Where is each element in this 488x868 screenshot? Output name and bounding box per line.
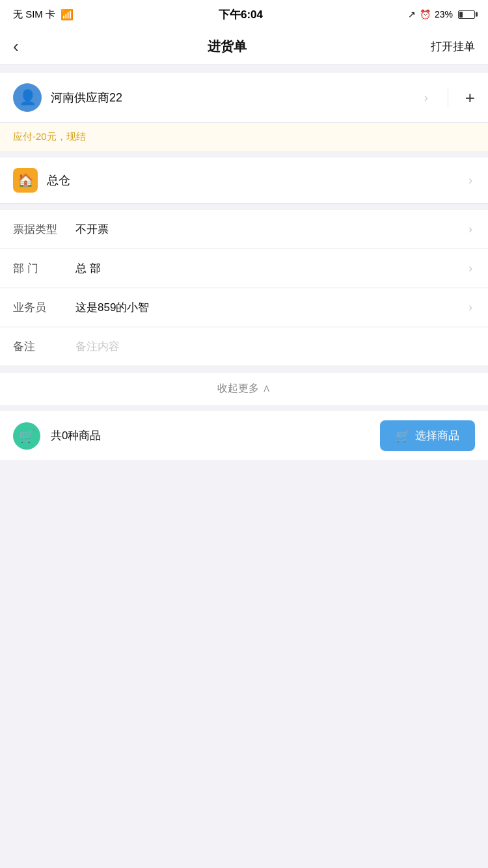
section-gap-top bbox=[0, 65, 488, 73]
remark-label: 备注 bbox=[13, 339, 65, 354]
invoice-type-chevron-icon: › bbox=[468, 223, 472, 236]
warehouse-row[interactable]: 🏠 总仓 › bbox=[0, 151, 488, 204]
select-product-label: 选择商品 bbox=[415, 428, 459, 443]
remark-row[interactable]: 备注 备注内容 bbox=[0, 327, 488, 366]
status-left: 无 SIM 卡 📶 bbox=[13, 8, 74, 21]
supplier-chevron-icon: › bbox=[424, 91, 428, 105]
open-pending-button[interactable]: 打开挂单 bbox=[431, 39, 475, 54]
bag-icon: 🛒 bbox=[19, 428, 35, 444]
location-icon: ↗ bbox=[408, 9, 416, 20]
alarm-icon: ⏰ bbox=[420, 9, 431, 20]
warehouse-icon: 🏠 bbox=[13, 168, 38, 193]
product-count: 共0种商品 bbox=[51, 428, 370, 443]
status-right: ↗ ⏰ 23% bbox=[408, 9, 475, 20]
select-product-icon: 🛒 bbox=[396, 429, 410, 443]
collapse-row[interactable]: 收起更多 ∧ bbox=[0, 373, 488, 405]
warehouse-name: 总仓 bbox=[47, 172, 459, 188]
add-supplier-button[interactable]: + bbox=[465, 88, 475, 108]
battery-icon bbox=[458, 10, 475, 19]
avatar-icon: 👤 bbox=[19, 89, 36, 106]
supplier-avatar: 👤 bbox=[13, 83, 42, 112]
vertical-divider bbox=[448, 88, 448, 107]
page-title: 进货单 bbox=[208, 38, 247, 55]
invoice-type-row[interactable]: 票据类型 不开票 › bbox=[0, 210, 488, 249]
salesman-row[interactable]: 业务员 这是859的小智 › bbox=[0, 288, 488, 327]
department-row[interactable]: 部 门 总 部 › bbox=[0, 249, 488, 288]
invoice-type-value: 不开票 bbox=[75, 222, 468, 237]
invoice-type-label: 票据类型 bbox=[13, 222, 65, 237]
status-bar: 无 SIM 卡 📶 下午6:04 ↗ ⏰ 23% bbox=[0, 0, 488, 29]
salesman-chevron-icon: › bbox=[468, 301, 472, 314]
house-icon: 🏠 bbox=[18, 172, 34, 188]
department-chevron-icon: › bbox=[468, 262, 472, 275]
notice-bar: 应付-20元，现结 bbox=[0, 123, 488, 151]
battery-percent: 23% bbox=[435, 9, 453, 20]
form-section: 票据类型 不开票 › 部 门 总 部 › 业务员 这是859的小智 › 备注 备… bbox=[0, 210, 488, 366]
department-label: 部 门 bbox=[13, 261, 65, 276]
salesman-value: 这是859的小智 bbox=[75, 300, 468, 315]
notice-text: 应付-20元，现结 bbox=[13, 131, 86, 142]
product-bar: 🛒 共0种商品 🛒 选择商品 bbox=[0, 411, 488, 460]
supplier-name: 河南供应商22 bbox=[51, 90, 415, 105]
sim-label: 无 SIM 卡 bbox=[13, 8, 55, 21]
supplier-section: 👤 河南供应商22 › + 应付-20元，现结 bbox=[0, 73, 488, 151]
salesman-label: 业务员 bbox=[13, 300, 65, 315]
remark-input[interactable]: 备注内容 bbox=[75, 339, 475, 354]
supplier-row[interactable]: 👤 河南供应商22 › + bbox=[0, 73, 488, 123]
nav-bar: ‹ 进货单 打开挂单 bbox=[0, 29, 488, 65]
wifi-icon: 📶 bbox=[61, 8, 74, 21]
warehouse-chevron-icon: › bbox=[468, 174, 472, 187]
product-icon: 🛒 bbox=[13, 422, 40, 450]
back-button[interactable]: ‹ bbox=[13, 34, 24, 59]
department-value: 总 部 bbox=[75, 261, 468, 276]
select-product-button[interactable]: 🛒 选择商品 bbox=[380, 420, 475, 451]
status-time: 下午6:04 bbox=[219, 7, 263, 22]
collapse-label: 收起更多 ∧ bbox=[217, 382, 270, 396]
